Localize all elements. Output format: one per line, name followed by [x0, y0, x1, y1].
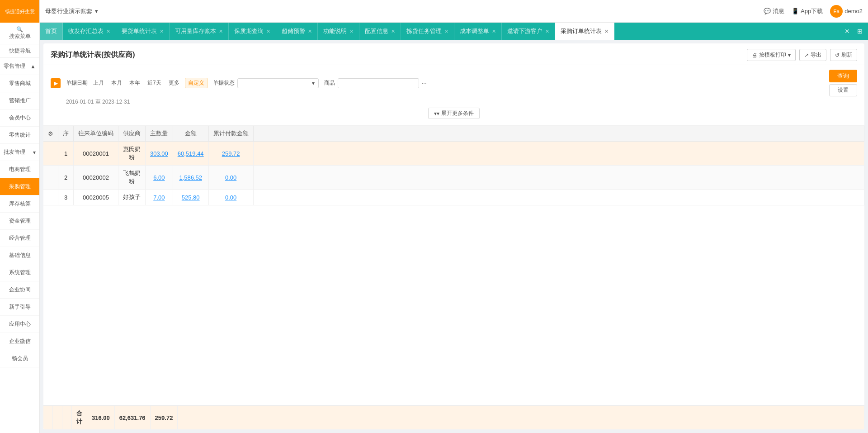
search-icon: 🔍 [16, 26, 23, 33]
setting-btn[interactable]: 设置 [829, 84, 857, 96]
sidebar-quick-nav[interactable]: 快捷导航 [0, 44, 39, 58]
tab-cost-adjust-label: 成本调整单 [460, 27, 489, 35]
table-row: 3 00020005 好孩子 7.00 525.80 0.00 [43, 190, 864, 205]
tab-stock-book[interactable]: 可用量库存账本 ✕ [170, 23, 229, 40]
username-label: demo2 [844, 8, 863, 14]
th-paid: 累计付款金额 [208, 126, 253, 142]
goods-label: 商品 [324, 79, 335, 87]
date-last-month-btn[interactable]: 上月 [90, 78, 107, 88]
sidebar-item-basic-info[interactable]: 基础信息 [0, 247, 39, 264]
sidebar-item-new-guide[interactable]: 新手引导 [0, 299, 39, 316]
tab-stock-book-label: 可用量库存账本 [175, 27, 216, 35]
th-settings[interactable]: ⚙ [43, 126, 58, 142]
tab-close-all-btn[interactable]: ✕ [843, 27, 852, 36]
sidebar-item-retail-stats-label: 零售统计 [9, 131, 31, 139]
tab-invite-downstream[interactable]: 邀请下游客户 ✕ [502, 23, 555, 40]
app-download-btn[interactable]: 📱 App下载 [792, 7, 823, 15]
query-btn[interactable]: 查询 [829, 70, 857, 82]
tab-home[interactable]: 首页 [40, 23, 63, 40]
tab-overstock-warning-close[interactable]: ✕ [308, 29, 312, 34]
avatar-text: Ea [834, 9, 840, 14]
cell-qty[interactable]: 303.00 [146, 142, 173, 166]
refresh-btn[interactable]: ↺ 刷新 [830, 49, 857, 61]
cell-paid[interactable]: 0.00 [208, 166, 253, 190]
sidebar-item-member2-label: 畅会员 [12, 355, 28, 362]
tab-config-info-close[interactable]: ✕ [391, 29, 395, 34]
top-header: 母婴行业演示账套 ▾ 💬 消息 📱 App下载 Ea demo2 [40, 0, 868, 23]
tab-overstock-warning[interactable]: 超储预警 ✕ [276, 23, 318, 40]
sidebar-item-enterprise-wechat[interactable]: 企业微信 [0, 333, 39, 350]
cell-amount[interactable]: 1,586.52 [173, 166, 208, 190]
sidebar-item-wholesale-label: 批发管理 [4, 148, 25, 156]
cell-paid[interactable]: 0.00 [208, 190, 253, 205]
sidebar-item-marketing[interactable]: 营销推广 [0, 92, 39, 109]
sidebar-item-enterprise[interactable]: 企业协同 [0, 281, 39, 299]
avatar: Ea [830, 5, 843, 18]
date-more-btn[interactable]: 更多 [166, 78, 182, 88]
goods-input[interactable] [338, 78, 419, 88]
sidebar-item-finance[interactable]: 资金管理 [0, 213, 39, 230]
status-select[interactable]: ▾ [237, 78, 319, 88]
sidebar-item-inventory[interactable]: 库存核算 [0, 195, 39, 213]
goods-more-icon[interactable]: ··· [422, 80, 427, 86]
tab-cost-adjust-close[interactable]: ✕ [492, 29, 496, 34]
tab-purchase-summary-close[interactable]: ✕ [604, 29, 609, 34]
sidebar-item-inventory-label: 库存核算 [9, 200, 31, 208]
tab-more-btn[interactable]: ⊞ [855, 27, 864, 36]
export-btn[interactable]: ↗ 导出 [799, 49, 826, 61]
wholesale-arrow-icon: ▾ [33, 149, 36, 156]
filter-toggle-btn[interactable]: ▶ [51, 78, 61, 88]
tab-invite-downstream-close[interactable]: ✕ [545, 29, 549, 34]
date-this-month-btn[interactable]: 本月 [108, 78, 125, 88]
workspace-label: 母婴行业演示账套 [45, 7, 92, 15]
tab-function-desc-close[interactable]: ✕ [349, 29, 354, 34]
sidebar-item-operations[interactable]: 经营管理 [0, 230, 39, 247]
sidebar-item-retail-mall[interactable]: 零售商城 [0, 75, 39, 92]
tab-config-info[interactable]: 配置信息 ✕ [359, 23, 401, 40]
date-7days-btn[interactable]: 近7天 [145, 78, 164, 88]
tab-pick-task-close[interactable]: ✕ [444, 29, 448, 34]
sidebar-item-app-center[interactable]: 应用中心 [0, 316, 39, 333]
tab-order-summary-close[interactable]: ✕ [160, 29, 164, 34]
tab-function-desc[interactable]: 功能说明 ✕ [318, 23, 359, 40]
expand-more-btn[interactable]: ▾▾ 展开更多条件 [428, 108, 480, 119]
tab-order-summary[interactable]: 要货单统计表 ✕ [116, 23, 170, 40]
print-btn[interactable]: 🖨 按模板打印 ▾ [747, 49, 796, 61]
sidebar-item-member2[interactable]: 畅会员 [0, 350, 39, 367]
cell-qty[interactable]: 7.00 [146, 190, 173, 205]
sidebar-search[interactable]: 🔍 搜索菜单 [0, 23, 39, 44]
workspace-selector[interactable]: 母婴行业演示账套 ▾ [45, 7, 98, 15]
sidebar-item-member[interactable]: 会员中心 [0, 109, 39, 127]
sidebar-item-retail-stats[interactable]: 零售统计 [0, 127, 39, 144]
tab-pick-task[interactable]: 拣货任务管理 ✕ [401, 23, 454, 40]
tab-quality-check-close[interactable]: ✕ [266, 29, 270, 34]
tab-quality-check[interactable]: 保质期查询 ✕ [229, 23, 276, 40]
sidebar-item-system[interactable]: 系统管理 [0, 264, 39, 281]
date-this-year-btn[interactable]: 本年 [127, 78, 143, 88]
cell-settings [43, 142, 58, 166]
tab-purchase-summary[interactable]: 采购订单统计表 ✕ [555, 23, 614, 40]
tab-receive-summary-close[interactable]: ✕ [106, 29, 110, 34]
sidebar-item-purchase[interactable]: 采购管理 [0, 178, 39, 195]
user-profile[interactable]: Ea demo2 [830, 5, 863, 18]
cell-amount[interactable]: 60,519.44 [173, 142, 208, 166]
tab-cost-adjust[interactable]: 成本调整单 ✕ [454, 23, 502, 40]
date-custom-tag[interactable]: 自定义 [185, 78, 208, 88]
message-label: 消息 [773, 7, 784, 15]
sidebar-item-retail-mall-label: 零售商城 [9, 80, 31, 87]
cell-amount[interactable]: 525.80 [173, 190, 208, 205]
tab-stock-book-close[interactable]: ✕ [219, 29, 223, 34]
message-btn[interactable]: 💬 消息 [764, 7, 784, 15]
expand-label: 展开更多条件 [441, 109, 474, 117]
sidebar-item-retail[interactable]: 零售管理 ▲ [0, 58, 39, 75]
cell-paid[interactable]: 259.72 [208, 142, 253, 166]
cell-qty[interactable]: 6.00 [146, 166, 173, 190]
footer-cell-amount: 62,631.76 [114, 406, 150, 429]
date-quick-btns: 上月 本月 本年 近7天 更多 [90, 78, 182, 88]
column-settings-icon[interactable]: ⚙ [48, 130, 53, 137]
cell-supplier: 飞鹤奶粉 [118, 166, 146, 190]
sidebar-item-ecommerce[interactable]: 电商管理 [0, 161, 39, 178]
sidebar-item-wholesale[interactable]: 批发管理 ▾ [0, 144, 39, 161]
table-area: ⚙ 序 往来单位编码 供应商 主数量 金额 累计付款金额 1 [43, 126, 864, 405]
tab-receive-summary[interactable]: 收发存汇总表 ✕ [63, 23, 116, 40]
